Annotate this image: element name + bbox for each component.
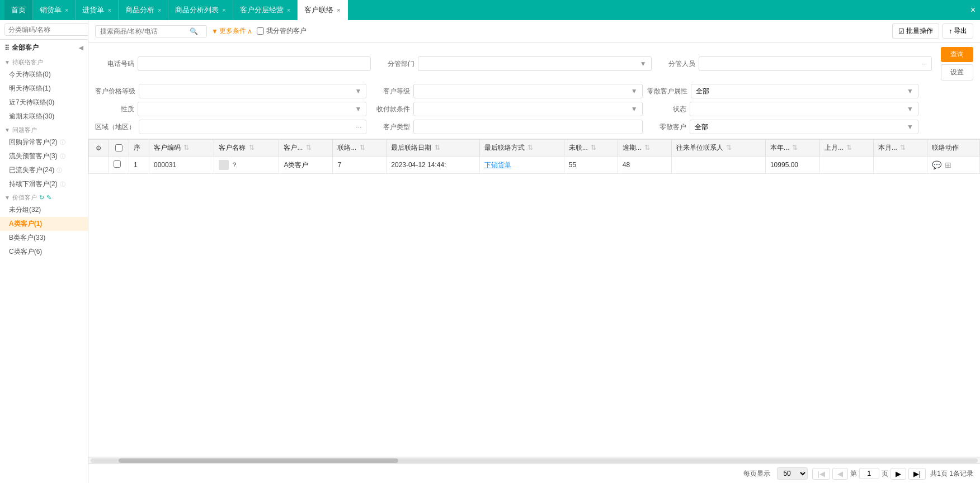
page-input[interactable] [859,468,879,479]
filter-more-conditions[interactable]: ▼ 更多条件 ∧ [211,26,252,36]
group-pending-contact[interactable]: ▼ 待联络客户 [0,56,88,68]
sidebar-item-unclassified[interactable]: 未分组(32) [0,203,88,217]
refresh-icon[interactable]: ↻ [39,194,44,201]
grid-icon-0[interactable]: ⊞ [945,160,951,169]
sidebar-item-overdue[interactable]: 逾期未联络(30) [0,110,88,124]
sidebar-search-input[interactable] [4,23,88,36]
cell-seq-0: 1 [129,157,149,174]
grid-icon: ⠿ [4,44,10,52]
sort-date-icon[interactable]: ⇅ [435,144,440,151]
sidebar-item-tomorrow[interactable]: 明天待联络(1) [0,82,88,96]
sidebar-item-class-c-label: C类客户(6) [9,247,42,257]
contact-method-link-0[interactable]: 下销货单 [484,161,511,169]
sort-ctype-icon[interactable]: ⇅ [306,144,312,151]
sidebar-item-warning[interactable]: 流失预警客户(3) ⓘ [0,149,88,163]
sort-method-icon[interactable]: ⇅ [527,144,533,151]
tab-customer-tier-close[interactable]: × [287,7,290,13]
filter-customer-level-control[interactable]: ▼ [413,84,642,98]
sidebar-item-class-c[interactable]: C类客户(6) [0,245,88,259]
filter-status-control[interactable]: ▼ [690,102,918,116]
sort-person-icon[interactable]: ⇅ [726,144,732,151]
tab-purchase[interactable]: 进货单 × [76,0,118,20]
sort-year-icon[interactable]: ⇅ [792,144,798,151]
filter-nature-control[interactable]: ▼ [138,102,366,116]
last-page-button[interactable]: ▶| [908,468,926,480]
th-this-year: 本年... ⇅ [765,140,819,157]
export-button[interactable]: ↑ 导出 [943,23,973,39]
filter-phone-control[interactable] [138,56,371,71]
filter-retail-attr: 零散客户属性 全部 ▼ [647,84,918,98]
sort-not-contacted-icon[interactable]: ⇅ [591,144,596,151]
query-button[interactable]: 查询 [941,47,973,62]
batch-checkbox-icon: ☑ [898,27,904,35]
cell-count-0: 7 [333,157,387,174]
sort-lastmonth-icon[interactable]: ⇅ [846,144,852,151]
chat-icon-0[interactable]: 💬 [932,160,941,169]
scroll-thumb[interactable] [119,458,398,463]
filter-region-control[interactable]: ··· [139,120,366,134]
page-size-select[interactable]: 50 100 200 [777,467,808,480]
horizontal-scrollbar[interactable] [88,457,980,463]
tab-goods-list-close[interactable]: × [222,7,225,13]
tab-home[interactable]: 首页 [4,0,33,20]
table-row: 1 000031 ？ A类客户 7 2023-04-12 14:44: 下销货单… [89,157,980,174]
tab-customer-tier[interactable]: 客户分层经营 × [233,0,298,20]
sidebar-item-today[interactable]: 今天待联络(0) [0,68,88,82]
sidebar-item-declining[interactable]: 持续下滑客户(2) ⓘ [0,177,88,191]
select-all-checkbox[interactable] [115,144,123,151]
tab-sales[interactable]: 销货单 × [33,0,76,20]
settings-button[interactable]: 设置 [941,64,973,80]
tab-customer-contact-close[interactable]: × [337,7,340,13]
nature-dropdown-icon: ▼ [355,105,361,113]
sort-contact-icon[interactable]: ⇅ [360,144,365,151]
prev-page-button[interactable]: ◀ [832,468,848,480]
filter-customer-type: 客户类型 [371,120,642,134]
group-problem-customers[interactable]: ▼ 问题客户 [0,124,88,135]
edit-icon[interactable]: ✎ [46,194,51,201]
my-customers-checkbox[interactable] [257,27,264,35]
th-checkbox [109,140,129,157]
tab-goods-analysis-close[interactable]: × [158,7,161,13]
filter-retail-customer-control[interactable]: 全部 ▼ [690,120,918,134]
sidebar-all-customers[interactable]: ⠿ 全部客户 ◀ [0,40,88,56]
sort-code-icon[interactable]: ⇅ [183,144,189,151]
row-checkbox-0[interactable] [114,160,121,168]
tab-customer-contact[interactable]: 客户联络 × [298,0,347,20]
filter-manager: 分管人员 ··· [656,56,932,71]
sort-name-icon[interactable]: ⇅ [249,144,255,151]
filter-price-level-control[interactable]: ▼ [139,84,366,98]
manager-dots-icon: ··· [921,60,927,68]
filter-search-input[interactable] [100,27,190,35]
sort-overdue-icon[interactable]: ⇅ [644,144,650,151]
tab-home-label: 首页 [11,5,26,15]
dept-dropdown-icon: ▼ [640,60,647,68]
filter-my-customers[interactable]: 我分管的客户 [257,26,307,36]
next-page-button[interactable]: ▶ [891,468,906,480]
sidebar-item-7days[interactable]: 近7天待联络(0) [0,96,88,110]
tab-goods-list[interactable]: 商品分析列表 × [168,0,233,20]
cell-contact-person-0 [671,157,765,174]
filter-dept-control[interactable]: ▼ [418,56,651,71]
group-value-customers[interactable]: ▼ 价值客户 ↻ ✎ [0,191,88,203]
tab-goods-analysis[interactable]: 商品分析 × [119,0,168,20]
sidebar-item-lost[interactable]: 已流失客户(24) ⓘ [0,163,88,177]
sort-thismonth-icon[interactable]: ⇅ [900,144,906,151]
gear-settings-icon[interactable]: ⚙ [93,144,104,152]
first-page-button[interactable]: |◀ [812,468,830,480]
sidebar-item-class-a[interactable]: A类客户(1) [0,217,88,231]
filter-payment-control[interactable]: ▼ [413,102,642,116]
group-pending-arrow: ▼ [4,59,10,65]
tab-sales-close[interactable]: × [65,7,68,13]
batch-operation-button[interactable]: ☑ 批量操作 [892,23,939,39]
tab-purchase-close[interactable]: × [107,7,111,13]
sidebar-item-class-b[interactable]: B类客户(33) [0,231,88,245]
filter-manager-control[interactable]: ··· [699,56,932,71]
sidebar-item-abnormal[interactable]: 回购异常客户(2) ⓘ [0,135,88,149]
th-this-month-label: 本月... [878,144,897,151]
filter-customer-type-control[interactable] [413,120,642,134]
filter-retail-attr-control[interactable]: 全部 ▼ [691,84,918,98]
sidebar-item-warning-label: 流失预警客户(3) [9,151,58,161]
filter-search-icon[interactable]: 🔍 [190,27,198,35]
sidebar-item-class-a-label: A类客户(1) [9,219,42,229]
close-all-button[interactable]: × [970,5,976,15]
